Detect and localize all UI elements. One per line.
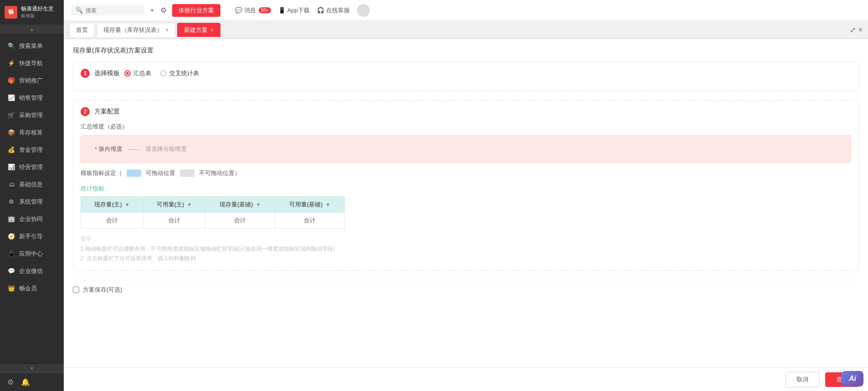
- template-radio-group: 汇总表 交叉统计表: [124, 69, 199, 77]
- message-icon: 💬: [235, 7, 242, 14]
- sales-icon: 📈: [7, 94, 15, 102]
- close-window-button[interactable]: ×: [858, 26, 863, 34]
- dimension-dash: ——: [128, 146, 140, 153]
- maximize-button[interactable]: ⤢: [850, 26, 856, 34]
- sidebar-item-label-quick-nav: 快捷导航: [19, 59, 43, 67]
- headset-icon: 🎧: [317, 7, 324, 14]
- sidebar-item-label-guide: 新手引导: [19, 232, 43, 241]
- sidebar-item-basic-info[interactable]: 🗂 基础信息: [0, 176, 64, 193]
- col-header-1-label: 可用量(主): [157, 201, 184, 209]
- sidebar: 畅 畅康通好生意 标准版 ▲ 🔍 搜索菜单 ⚡ 快捷导航 🎁 营销推广 📈 销售…: [0, 0, 64, 391]
- sidebar-item-finance[interactable]: 💰 资金管理: [0, 141, 64, 159]
- quick-nav-icon: ⚡: [7, 59, 15, 67]
- section2-header: 2 方案配置: [81, 107, 851, 116]
- main-wrapper: 🔍 ▼ ⚙ 体验行业方案 💬 消息 99+ 📱 App下载 🎧 在线客服: [64, 0, 868, 391]
- tab-new-plan-close-icon[interactable]: ×: [210, 27, 214, 33]
- sidebar-scroll-up[interactable]: ▲: [0, 25, 64, 34]
- radio-summary[interactable]: 汇总表: [124, 69, 151, 77]
- sidebar-item-label-marketing: 营销推广: [19, 77, 43, 85]
- save-option: 方案保存(可选): [73, 280, 859, 294]
- ai-badge[interactable]: Ai: [842, 371, 863, 386]
- cancel-button[interactable]: 取消: [785, 372, 820, 387]
- user-avatar[interactable]: [357, 4, 370, 17]
- topbar-message-item[interactable]: 💬 消息 99+: [235, 6, 271, 15]
- member-icon: 👑: [7, 284, 15, 293]
- app-name-block: 畅康通好生意 标准版: [21, 5, 54, 19]
- sidebar-item-purchase[interactable]: 🛒 采购管理: [0, 107, 64, 124]
- stats-table: 现存量(主) ▼ 可用量(主) ▼: [81, 196, 345, 229]
- topbar-online-service-item[interactable]: 🎧 在线客服: [317, 6, 350, 15]
- sidebar-item-member[interactable]: 👑 畅会员: [0, 280, 64, 297]
- section1-number: 1: [81, 69, 90, 78]
- marketing-icon: 🎁: [7, 77, 15, 85]
- radio-cross-circle: [160, 70, 167, 77]
- system-icon: ⚙: [7, 198, 15, 206]
- sidebar-item-wechat[interactable]: 💬 企业微信: [0, 262, 64, 280]
- sidebar-item-label-operations: 经营管理: [19, 163, 43, 171]
- topbar-app-download-item[interactable]: 📱 App下载: [278, 6, 310, 15]
- save-checkbox[interactable]: [73, 287, 79, 293]
- tabbar: 首页 现存量（库存状况表） × 新建方案 × ⤢ ×: [64, 21, 868, 39]
- app-name: 畅康通好生意: [21, 5, 54, 13]
- tips-section: 提示： 1.拖动标题栏可以调整布局，不可跨维度或指标区域拖动栏目字段(只能在同一…: [81, 234, 851, 264]
- radio-cross[interactable]: 交叉统计表: [160, 69, 199, 77]
- tab-home[interactable]: 首页: [69, 23, 95, 37]
- table-cell-3: 合计: [275, 213, 345, 229]
- sidebar-item-search-menu[interactable]: 🔍 搜索菜单: [0, 37, 64, 55]
- sidebar-item-label-inventory: 库存核算: [19, 129, 43, 137]
- sidebar-item-label-enterprise: 企业协同: [19, 215, 43, 223]
- draggable-indicator-box: [127, 170, 141, 177]
- search-input[interactable]: [86, 7, 139, 14]
- topbar-search-box[interactable]: 🔍: [71, 5, 144, 15]
- dimension-field-label: 纵向维度: [99, 145, 123, 153]
- tabbar-right-actions: ⤢ ×: [850, 26, 863, 34]
- sidebar-bottom: ⚙ 🔔: [0, 373, 64, 391]
- sound-icon[interactable]: 🔔: [21, 378, 30, 386]
- content-area: 现存量(库存状况表)方案设置 1 选择模板 汇总表 交叉统计表: [64, 39, 868, 367]
- footer-bar: 取消 查询: [64, 367, 868, 391]
- dimension-config-label: 汇总维度（必选）: [81, 123, 851, 131]
- tips-item-0: 1.拖动标题栏可以调整布局，不可跨维度或指标区域拖动栏目字段(只能在同一维度或指…: [81, 244, 851, 254]
- sidebar-item-marketing[interactable]: 🎁 营销推广: [0, 72, 64, 89]
- col-header-1[interactable]: 可用量(主) ▼: [143, 197, 205, 213]
- inventory-icon: 📦: [7, 129, 15, 137]
- sidebar-item-label-member: 畅会员: [19, 284, 37, 293]
- radio-summary-circle: [124, 70, 131, 77]
- sidebar-item-system[interactable]: ⚙ 系统管理: [0, 193, 64, 211]
- sidebar-item-operations[interactable]: 📊 经营管理: [0, 159, 64, 176]
- settings-icon[interactable]: ⚙: [7, 378, 14, 386]
- stats-label: 统计指标: [81, 185, 851, 193]
- sidebar-item-quick-nav[interactable]: ⚡ 快捷导航: [0, 55, 64, 72]
- tab-new-plan[interactable]: 新建方案 ×: [177, 23, 220, 37]
- sidebar-scroll-down[interactable]: ▼: [0, 364, 64, 373]
- template-indicator: 模板指标设定（ 可拖动位置 不可拖动位置）: [81, 169, 851, 177]
- sidebar-item-label-search-menu: 搜索菜单: [19, 42, 43, 50]
- tab-inventory[interactable]: 现存量（库存状况表） ×: [97, 23, 175, 37]
- sidebar-item-guide[interactable]: 🧭 新手引导: [0, 228, 64, 245]
- col-header-3-label: 可用量(基辅): [289, 201, 323, 209]
- sidebar-item-enterprise[interactable]: 🏢 企业协同: [0, 211, 64, 228]
- section2-title: 方案配置: [94, 108, 120, 116]
- tab-inventory-close-icon[interactable]: ×: [165, 27, 168, 33]
- sidebar-item-app-center[interactable]: 📱 应用中心: [0, 245, 64, 262]
- stats-table-head: 现存量(主) ▼ 可用量(主) ▼: [81, 197, 345, 213]
- col-header-2[interactable]: 现存量(基辅) ▼: [205, 197, 275, 213]
- col-header-0[interactable]: 现存量(主) ▼: [81, 197, 143, 213]
- content-inner: 现存量(库存状况表)方案设置 1 选择模板 汇总表 交叉统计表: [64, 39, 868, 367]
- dimension-area[interactable]: * 纵向维度 —— 请选择分组维度: [81, 135, 851, 163]
- topbar-gear-icon[interactable]: ⚙: [160, 6, 167, 15]
- tab-new-plan-label: 新建方案: [184, 26, 208, 34]
- col-header-3[interactable]: 可用量(基辅) ▼: [275, 197, 345, 213]
- search-menu-icon: 🔍: [7, 42, 15, 50]
- table-row: 合计 合计 合计 合计: [81, 213, 345, 229]
- stats-table-body: 合计 合计 合计 合计: [81, 213, 345, 229]
- topbar-chevron-icon[interactable]: ▼: [149, 7, 155, 14]
- sidebar-item-sales[interactable]: 📈 销售管理: [0, 89, 64, 107]
- industry-solution-button[interactable]: 体验行业方案: [172, 4, 220, 17]
- non-draggable-indicator-box: [180, 170, 194, 177]
- sidebar-item-label-app-center: 应用中心: [19, 250, 43, 258]
- sidebar-item-inventory[interactable]: 📦 库存核算: [0, 124, 64, 141]
- topbar-right: 💬 消息 99+ 📱 App下载 🎧 在线客服: [235, 4, 370, 17]
- enterprise-icon: 🏢: [7, 215, 15, 223]
- section2-number: 2: [81, 107, 90, 116]
